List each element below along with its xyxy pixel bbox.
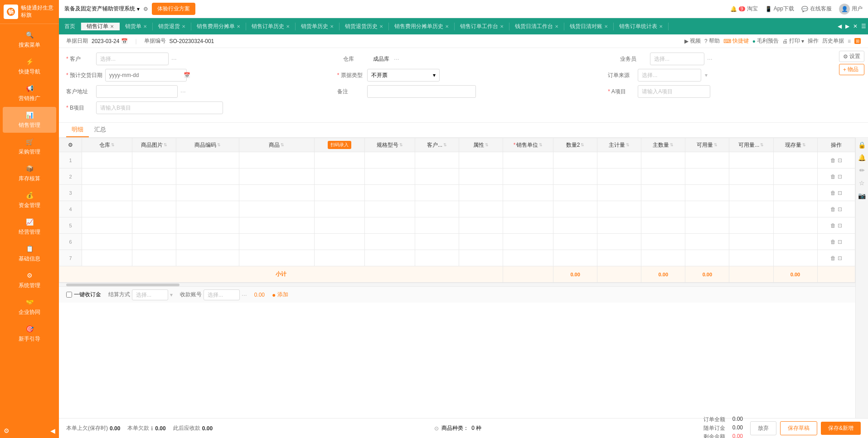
sidebar-item-3[interactable]: 📊销售管理	[3, 107, 56, 133]
tab-close-10[interactable]: ✕	[555, 24, 558, 29]
warehouse-more-icon[interactable]: ···	[394, 55, 399, 63]
camera-tool-btn[interactable]: 📷	[857, 190, 868, 201]
customer-address-input[interactable]	[96, 85, 178, 98]
calendar-icon[interactable]: 📅	[121, 38, 128, 44]
notification-tool-btn[interactable]: 🔔	[857, 152, 868, 163]
list-view-icon[interactable]: ≡	[848, 38, 851, 44]
invoice-type-select[interactable]: 不开票 ▾	[367, 69, 440, 82]
sidebar-item-4[interactable]: 🛒采购管理	[3, 134, 56, 159]
tab-item-6[interactable]: 销货单历史✕	[296, 23, 339, 30]
sidebar-item-6[interactable]: 💰资金管理	[3, 187, 56, 213]
tab-item-8[interactable]: 销售费用分摊单历史✕	[389, 23, 455, 30]
tab-item-5[interactable]: 销售订单历史✕	[246, 23, 296, 30]
tab-item-0[interactable]: 首页	[59, 23, 81, 30]
customer-input[interactable]	[96, 53, 169, 65]
tab-summary[interactable]: 汇总	[89, 123, 112, 137]
tab-close-8[interactable]: ✕	[445, 24, 449, 29]
settlement-input[interactable]	[132, 289, 168, 300]
quick-order-checkbox[interactable]	[66, 292, 72, 298]
tab-close-3[interactable]: ✕	[182, 24, 185, 29]
sidebar-item-8[interactable]: 📋基础信息	[3, 241, 56, 266]
tab-close-4[interactable]: ✕	[237, 24, 240, 29]
app-download-btn[interactable]: 📱 App下载	[765, 5, 794, 13]
help-btn[interactable]: ? 帮助	[704, 37, 720, 45]
calendar-small-icon[interactable]: 📅	[181, 72, 193, 78]
scan-btn[interactable]: 扫码录入	[328, 141, 351, 149]
save-draft-button[interactable]: 保存草稿	[780, 421, 817, 435]
row-delete-btn[interactable]: 🗑	[830, 239, 836, 245]
tab-menu-btn[interactable]: ☰	[859, 18, 868, 34]
b-project-input[interactable]	[96, 101, 223, 114]
tab-item-10[interactable]: 钱货日清工作台✕	[509, 23, 564, 30]
operations-btn[interactable]: 操作	[808, 37, 819, 45]
header-settings-btn[interactable]: ⚙	[143, 6, 148, 12]
notifications-btn[interactable]: 🔔 9 淘宝	[730, 5, 758, 13]
customer-more-icon[interactable]: ···	[171, 55, 177, 63]
order-source-input[interactable]	[638, 69, 701, 82]
print-btn[interactable]: 🖨 打印 ▾	[782, 37, 804, 45]
sidebar-item-2[interactable]: 📢营销推广	[3, 80, 56, 106]
tab-close-7[interactable]: ✕	[379, 24, 383, 29]
discard-button[interactable]: 放弃	[750, 421, 776, 435]
tab-close-2[interactable]: ✕	[143, 24, 147, 29]
receipt-account-input[interactable]	[204, 289, 240, 300]
history-docs-btn[interactable]: 历史单据	[822, 37, 844, 45]
sidebar-item-0[interactable]: 🔍搜索菜单	[3, 27, 56, 53]
tab-details[interactable]: 明细	[66, 123, 89, 137]
tab-close-1[interactable]: ✕	[110, 24, 114, 29]
view-btn[interactable]: ▶ 视频	[684, 37, 701, 45]
tab-item-7[interactable]: 销货退货历史✕	[339, 23, 389, 30]
add-btn[interactable]: ● 添加	[272, 291, 288, 298]
address-more-icon[interactable]: ···	[180, 88, 186, 95]
row-delete-btn[interactable]: 🗑	[830, 190, 836, 196]
edit-tool-btn[interactable]: ✏	[857, 165, 868, 176]
sidebar-item-7[interactable]: 📈经营管理	[3, 214, 56, 240]
expected-delivery-input[interactable]	[106, 72, 181, 78]
sidebar-item-5[interactable]: 📦库存核算	[3, 160, 56, 186]
solution-button[interactable]: 体验行业方案	[152, 3, 195, 15]
tab-item-11[interactable]: 钱货日清对账✕	[564, 23, 614, 30]
tab-close-11[interactable]: ✕	[604, 24, 608, 29]
salesperson-input[interactable]	[650, 53, 704, 65]
tab-prev-btn[interactable]: ◀	[836, 18, 844, 34]
tab-item-1[interactable]: 销售订单✕	[81, 23, 120, 30]
row-delete-btn[interactable]: 🗑	[830, 157, 836, 164]
tab-item-3[interactable]: 销货退货✕	[153, 23, 191, 30]
tab-item-12[interactable]: 销售订单统计表✕	[614, 23, 669, 30]
add-goods-btn[interactable]: + 物品	[839, 64, 864, 75]
tab-close-9[interactable]: ✕	[500, 24, 504, 29]
row-copy-btn[interactable]: ⊡	[838, 206, 842, 212]
tab-close-5[interactable]: ✕	[286, 24, 290, 29]
row-delete-btn[interactable]: 🗑	[830, 255, 836, 261]
tab-close-all-btn[interactable]: ✕	[851, 18, 859, 34]
save-new-button[interactable]: 保存&新增	[821, 422, 861, 435]
row-copy-btn[interactable]: ⊡	[838, 173, 842, 180]
sidebar-item-11[interactable]: 🎯新手引导	[3, 321, 56, 347]
sidebar-item-1[interactable]: ⚡快捷导航	[3, 53, 56, 79]
sidebar-item-9[interactable]: ⚙系统管理	[3, 267, 56, 293]
collapse-icon[interactable]: ◀	[50, 427, 55, 434]
quick-order-checkbox-group[interactable]: 一键收订金	[66, 291, 101, 298]
row-copy-btn[interactable]: ⊡	[838, 190, 842, 196]
grid-view-icon[interactable]: ⊞	[854, 38, 861, 44]
a-project-input[interactable]	[638, 85, 710, 98]
salesperson-more-icon[interactable]: ···	[707, 55, 713, 63]
tab-item-2[interactable]: 销货单✕	[120, 23, 153, 30]
row-delete-btn[interactable]: 🗑	[830, 206, 836, 212]
settings-form-btn[interactable]: ⚙ 设置	[839, 51, 864, 62]
sidebar-item-10[interactable]: 🤝企业协同	[3, 294, 56, 320]
tab-item-4[interactable]: 销售费用分摊单✕	[191, 23, 246, 30]
row-copy-btn[interactable]: ⊡	[838, 222, 842, 229]
receipt-account-more-icon[interactable]: ···	[242, 291, 247, 298]
row-copy-btn[interactable]: ⊡	[838, 255, 842, 261]
tab-close-6[interactable]: ✕	[330, 24, 334, 29]
user-menu[interactable]: 👤 用户	[839, 4, 863, 14]
settings-icon[interactable]: ⚙	[4, 427, 10, 434]
row-delete-btn[interactable]: 🗑	[830, 173, 836, 180]
row-copy-btn[interactable]: ⊡	[838, 157, 842, 164]
online-service-btn[interactable]: 💬 在线客服	[801, 5, 832, 13]
row-copy-btn[interactable]: ⊡	[838, 239, 842, 245]
lock-tool-btn[interactable]: 🔒	[857, 140, 868, 150]
tab-next-btn[interactable]: ▶	[844, 18, 851, 34]
shortcut-btn[interactable]: ⌨ 快捷键	[723, 37, 749, 45]
